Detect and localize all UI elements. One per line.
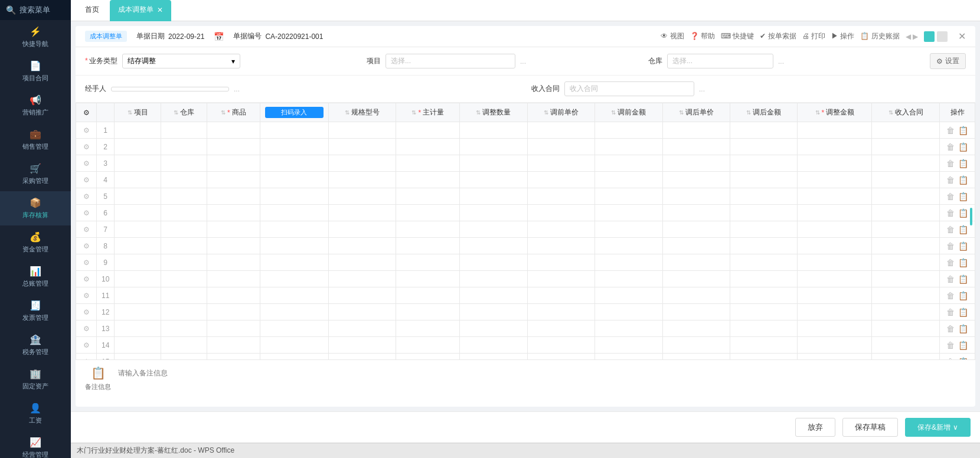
discard-button[interactable]: 放弃 bbox=[795, 418, 835, 437]
cell-project-9[interactable] bbox=[115, 254, 161, 271]
cell-warehouse-13[interactable] bbox=[161, 320, 207, 337]
cell-adjust-amount-1[interactable] bbox=[798, 122, 872, 139]
copy-icon-11[interactable]: 📋 bbox=[958, 291, 968, 300]
copy-icon-1[interactable]: 📋 bbox=[958, 126, 968, 135]
cell-unit-10[interactable] bbox=[396, 271, 460, 287]
tab-close-icon[interactable]: ✕ bbox=[157, 6, 163, 14]
copy-icon-12[interactable]: 📋 bbox=[958, 307, 968, 317]
sidebar-item-sales-promo[interactable]: 📢 营销推广 bbox=[0, 89, 71, 123]
copy-icon-8[interactable]: 📋 bbox=[958, 241, 968, 251]
delete-icon-9[interactable]: 🗑 bbox=[946, 258, 955, 267]
cell-after-price-11[interactable] bbox=[662, 287, 730, 304]
cell-product-7[interactable] bbox=[207, 221, 260, 238]
cell-before-price-7[interactable] bbox=[527, 221, 594, 238]
cell-income-contract-6[interactable] bbox=[872, 205, 940, 221]
cell-adjust-qty-11[interactable] bbox=[460, 287, 527, 304]
cell-after-price-8[interactable] bbox=[662, 238, 730, 254]
cell-after-price-14[interactable] bbox=[662, 337, 730, 354]
action-history[interactable]: 📋 历史账据 bbox=[860, 31, 899, 41]
cell-before-amount-15[interactable] bbox=[595, 354, 662, 360]
cell-spec-6[interactable] bbox=[328, 205, 396, 221]
cell-before-amount-10[interactable] bbox=[595, 271, 662, 287]
income-contract-more-btn[interactable]: ... bbox=[699, 85, 705, 93]
cell-before-price-4[interactable] bbox=[527, 172, 594, 188]
row-settings-icon[interactable]: ⚙ bbox=[76, 122, 97, 139]
cell-warehouse-12[interactable] bbox=[161, 304, 207, 320]
cell-after-amount-2[interactable] bbox=[730, 139, 798, 155]
cell-adjust-amount-13[interactable] bbox=[798, 320, 872, 337]
cell-spec-2[interactable] bbox=[328, 139, 396, 155]
delete-icon-2[interactable]: 🗑 bbox=[946, 142, 955, 152]
cell-adjust-amount-15[interactable] bbox=[798, 354, 872, 360]
col-scan-input[interactable]: 扫码录入 bbox=[260, 103, 328, 122]
action-audit[interactable]: ✔ 按单索据 bbox=[760, 31, 796, 41]
cell-before-amount-12[interactable] bbox=[595, 304, 662, 320]
delete-icon-8[interactable]: 🗑 bbox=[946, 241, 955, 251]
cell-income-contract-9[interactable] bbox=[872, 254, 940, 271]
cell-before-amount-8[interactable] bbox=[595, 238, 662, 254]
delete-icon-5[interactable]: 🗑 bbox=[946, 192, 955, 201]
cell-project-8[interactable] bbox=[115, 238, 161, 254]
copy-icon-13[interactable]: 📋 bbox=[958, 324, 968, 333]
cell-after-price-4[interactable] bbox=[662, 172, 730, 188]
cell-adjust-amount-2[interactable] bbox=[798, 139, 872, 155]
cell-scan-14[interactable] bbox=[260, 337, 328, 354]
cell-before-price-2[interactable] bbox=[527, 139, 594, 155]
warehouse-more-btn[interactable]: ... bbox=[778, 57, 784, 66]
col-settings[interactable]: ⚙ bbox=[76, 103, 97, 122]
cell-before-amount-9[interactable] bbox=[595, 254, 662, 271]
cell-adjust-amount-8[interactable] bbox=[798, 238, 872, 254]
cell-project-4[interactable] bbox=[115, 172, 161, 188]
cell-product-2[interactable] bbox=[207, 139, 260, 155]
cell-spec-3[interactable] bbox=[328, 155, 396, 172]
row-settings-icon[interactable]: ⚙ bbox=[76, 304, 97, 320]
cell-adjust-qty-10[interactable] bbox=[460, 271, 527, 287]
cell-product-12[interactable] bbox=[207, 304, 260, 320]
sidebar-item-finance[interactable]: 💰 资金管理 bbox=[0, 225, 71, 260]
cell-adjust-qty-12[interactable] bbox=[460, 304, 527, 320]
cell-before-price-14[interactable] bbox=[527, 337, 594, 354]
cell-project-3[interactable] bbox=[115, 155, 161, 172]
cell-income-contract-12[interactable] bbox=[872, 304, 940, 320]
cell-income-contract-7[interactable] bbox=[872, 221, 940, 238]
cell-adjust-amount-9[interactable] bbox=[798, 254, 872, 271]
settings-button[interactable]: ⚙ 设置 bbox=[930, 53, 966, 69]
delete-icon-4[interactable]: 🗑 bbox=[946, 175, 955, 185]
cell-after-amount-14[interactable] bbox=[730, 337, 798, 354]
cell-adjust-qty-15[interactable] bbox=[460, 354, 527, 360]
row-settings-icon[interactable]: ⚙ bbox=[76, 188, 97, 205]
cell-project-12[interactable] bbox=[115, 304, 161, 320]
cell-income-contract-13[interactable] bbox=[872, 320, 940, 337]
cell-before-amount-1[interactable] bbox=[595, 122, 662, 139]
cell-project-2[interactable] bbox=[115, 139, 161, 155]
cell-project-14[interactable] bbox=[115, 337, 161, 354]
cell-income-contract-15[interactable] bbox=[872, 354, 940, 360]
cell-unit-15[interactable] bbox=[396, 354, 460, 360]
sidebar-item-ledger[interactable]: 📊 总账管理 bbox=[0, 260, 71, 294]
cell-after-price-10[interactable] bbox=[662, 271, 730, 287]
cell-unit-4[interactable] bbox=[396, 172, 460, 188]
cell-after-price-12[interactable] bbox=[662, 304, 730, 320]
cell-unit-9[interactable] bbox=[396, 254, 460, 271]
cell-adjust-qty-5[interactable] bbox=[460, 188, 527, 205]
cell-scan-12[interactable] bbox=[260, 304, 328, 320]
action-operate[interactable]: ▶ 操作 bbox=[831, 31, 854, 41]
row-settings-icon[interactable]: ⚙ bbox=[76, 172, 97, 188]
sidebar-item-tax[interactable]: 🏦 税务管理 bbox=[0, 328, 71, 362]
copy-icon-14[interactable]: 📋 bbox=[958, 341, 968, 350]
project-more-btn[interactable]: ... bbox=[520, 57, 526, 66]
cell-before-price-3[interactable] bbox=[527, 155, 594, 172]
cell-scan-2[interactable] bbox=[260, 139, 328, 155]
cell-product-3[interactable] bbox=[207, 155, 260, 172]
action-view[interactable]: 👁 视图 bbox=[661, 31, 684, 41]
cell-warehouse-15[interactable] bbox=[161, 354, 207, 360]
cell-unit-3[interactable] bbox=[396, 155, 460, 172]
cell-unit-12[interactable] bbox=[396, 304, 460, 320]
cell-before-price-5[interactable] bbox=[527, 188, 594, 205]
cell-adjust-amount-7[interactable] bbox=[798, 221, 872, 238]
cell-scan-9[interactable] bbox=[260, 254, 328, 271]
cell-income-contract-11[interactable] bbox=[872, 287, 940, 304]
cell-unit-11[interactable] bbox=[396, 287, 460, 304]
cell-after-amount-10[interactable] bbox=[730, 271, 798, 287]
cell-before-amount-3[interactable] bbox=[595, 155, 662, 172]
